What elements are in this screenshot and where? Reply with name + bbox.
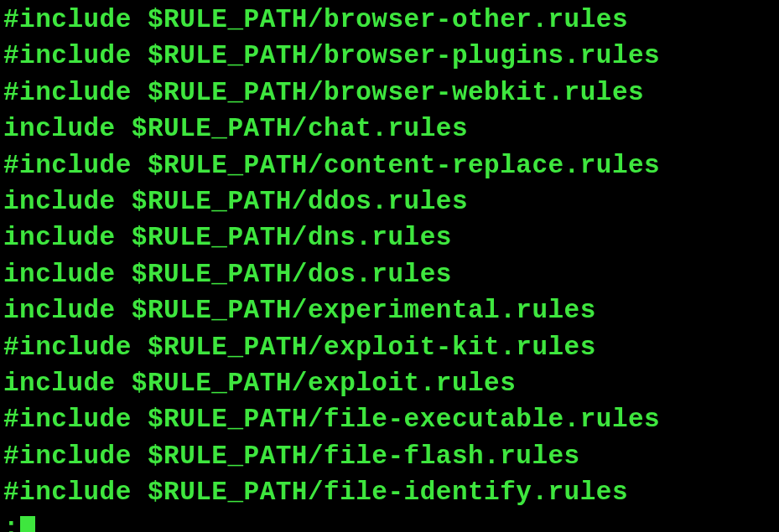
terminal-content: #include $RULE_PATH/browser-other.rules … (3, 2, 779, 532)
config-line: #include $RULE_PATH/file-identify.rules (3, 474, 779, 510)
config-line: include $RULE_PATH/experimental.rules (3, 292, 779, 328)
config-line: include $RULE_PATH/chat.rules (3, 111, 779, 147)
prompt-colon: : (3, 510, 19, 532)
config-line: include $RULE_PATH/exploit.rules (3, 365, 779, 401)
config-line: #include $RULE_PATH/browser-other.rules (3, 2, 779, 38)
config-line: #include $RULE_PATH/content-replace.rule… (3, 147, 779, 183)
config-line: include $RULE_PATH/dns.rules (3, 220, 779, 256)
command-prompt-line[interactable]: : (3, 510, 779, 532)
config-line: include $RULE_PATH/dos.rules (3, 256, 779, 292)
cursor-icon (20, 516, 35, 532)
config-line: include $RULE_PATH/ddos.rules (3, 183, 779, 220)
config-line: #include $RULE_PATH/file-flash.rules (3, 438, 779, 474)
config-line: #include $RULE_PATH/exploit-kit.rules (3, 329, 779, 365)
config-line: #include $RULE_PATH/file-executable.rule… (3, 401, 779, 437)
config-line: #include $RULE_PATH/browser-plugins.rule… (3, 38, 779, 74)
config-line: #include $RULE_PATH/browser-webkit.rules (3, 75, 779, 111)
